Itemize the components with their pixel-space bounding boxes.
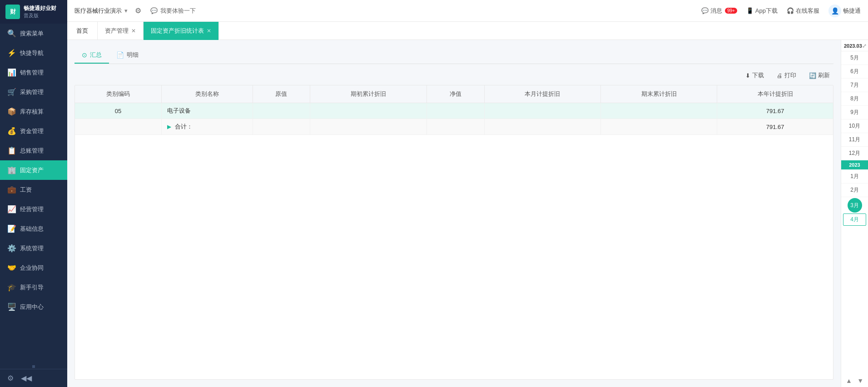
notifications-btn[interactable]: 💬 消息 99+	[701, 7, 737, 15]
sidebar-label-assets: 固定资产	[20, 166, 44, 174]
sidebar-item-basicinfo[interactable]: 📝 基础信息	[0, 219, 67, 238]
next-arrow-icon[interactable]: ▼	[855, 375, 865, 386]
appcenter-icon: 🖥️	[7, 303, 15, 311]
content-main: ⊙ 汇总 📄 明细 ⬇ 下载 🖨 打印 🔄	[67, 40, 841, 387]
print-label: 打印	[784, 71, 796, 79]
refresh-btn[interactable]: 🔄 刷新	[805, 69, 833, 81]
date-panel: 2023.03 ⤢ ✕ 5月 6月 7月 8月 9月 10月 11月 12月 2…	[841, 40, 868, 387]
sidebar-item-assets[interactable]: 🏢 固定资产	[0, 160, 67, 180]
topbar-settings-icon[interactable]: ⚙	[135, 6, 141, 15]
sidebar-item-guide[interactable]: 🎓 新手引导	[0, 278, 67, 297]
experience-label: 我要体验一下	[160, 7, 196, 15]
refresh-icon: 🔄	[809, 72, 816, 79]
month-6[interactable]: 6月	[841, 65, 868, 79]
month-10[interactable]: 10月	[841, 119, 868, 133]
logo-badge: 普及版	[24, 12, 56, 19]
month-9[interactable]: 9月	[841, 106, 868, 119]
sidebar-item-quicknav[interactable]: ⚡ 快捷导航	[0, 43, 67, 63]
month-5[interactable]: 5月	[841, 51, 868, 65]
download-btn[interactable]: ⬇ 下载	[742, 69, 768, 81]
nav-arrows: ▲ ▼	[841, 374, 868, 387]
summary-net	[427, 119, 484, 135]
sidebar-label-enterprise: 企业协同	[20, 264, 44, 272]
month-2023-3[interactable]: 3月	[848, 198, 862, 213]
row-ending	[601, 103, 717, 119]
summary-monthly	[484, 119, 600, 135]
print-btn[interactable]: 🖨 打印	[773, 69, 800, 81]
tab-asset-mgmt[interactable]: 资产管理 ✕	[98, 22, 144, 40]
sidebar-menu: 🔍 搜索菜单 ⚡ 快捷导航 📊 销售管理 🛒 采购管理 📦 库存核算 💰 资金管…	[0, 24, 67, 364]
sidebar-item-sales[interactable]: 📊 销售管理	[0, 63, 67, 82]
user-menu-btn[interactable]: 👤 畅捷通	[828, 5, 861, 17]
month-2023-1[interactable]: 1月	[841, 170, 868, 184]
row-annual: 791.67	[717, 103, 833, 119]
collapse-footer-icon[interactable]: ◀◀	[21, 374, 32, 382]
table-row[interactable]: 05 电子设备 791.67	[75, 103, 833, 119]
tab-asset-mgmt-close[interactable]: ✕	[131, 28, 136, 34]
col-name: 类别名称	[161, 85, 253, 103]
notifications-icon: 💬	[701, 7, 709, 14]
operations-icon: 📈	[7, 205, 15, 213]
logo-text-block: 畅捷通好业财 普及版	[24, 5, 56, 19]
tabs-bar: 首页 资产管理 ✕ 固定资产折旧统计表 ✕	[67, 22, 868, 40]
prev-arrow-icon[interactable]: ▲	[844, 375, 854, 386]
month-2023-4[interactable]: 4月	[843, 213, 866, 226]
detail-tab-label: 明细	[127, 51, 139, 59]
tab-detail[interactable]: 📄 明细	[109, 47, 146, 64]
detail-tab-icon: 📄	[116, 51, 124, 59]
sidebar-item-purchase[interactable]: 🛒 采购管理	[0, 82, 67, 102]
col-annual: 本年计提折旧	[717, 85, 833, 103]
sidebar-label-search: 搜索菜单	[20, 30, 44, 38]
tab-depreciation-close[interactable]: ✕	[207, 28, 211, 34]
month-11[interactable]: 11月	[841, 133, 868, 147]
col-beginning: 期初累计折旧	[310, 85, 427, 103]
sidebar-item-operations[interactable]: 📈 经营管理	[0, 199, 67, 219]
app-download-icon: 📱	[746, 7, 754, 14]
purchase-icon: 🛒	[7, 88, 15, 96]
col-monthly: 本月计提折旧	[484, 85, 600, 103]
customer-service-icon: 🎧	[787, 7, 794, 14]
scroll-indicator	[32, 365, 35, 368]
settings-footer-icon[interactable]: ⚙	[7, 374, 14, 382]
customer-service-btn[interactable]: 🎧 在线客服	[787, 7, 819, 15]
month-8[interactable]: 8月	[841, 92, 868, 106]
month-12[interactable]: 12月	[841, 147, 868, 160]
sidebar-item-search[interactable]: 🔍 搜索菜单	[0, 24, 67, 43]
experience-btn[interactable]: 💬 我要体验一下	[150, 7, 196, 15]
sidebar-item-inventory[interactable]: 📦 库存核算	[0, 102, 67, 121]
logo-icon: 财	[5, 5, 20, 19]
sidebar-item-ledger[interactable]: 📋 总账管理	[0, 141, 67, 160]
sidebar-item-finance[interactable]: 💰 资金管理	[0, 121, 67, 141]
download-icon: ⬇	[745, 72, 750, 79]
tab-summary[interactable]: ⊙ 汇总	[74, 47, 109, 64]
month-7[interactable]: 7月	[841, 79, 868, 92]
customer-service-label: 在线客服	[796, 7, 819, 15]
summary-code	[75, 119, 161, 135]
date-panel-header: 2023.03	[844, 43, 862, 49]
tab-home[interactable]: 首页	[67, 22, 98, 40]
company-selector[interactable]: 医疗器械行业演示 ▾	[74, 7, 128, 15]
month-2023-2[interactable]: 2月	[841, 184, 868, 197]
sidebar-label-basicinfo: 基础信息	[20, 225, 44, 233]
date-panel-expand-icon[interactable]: ⤢	[862, 43, 867, 49]
main-area: 医疗器械行业演示 ▾ ⚙ 💬 我要体验一下 💬 消息 99+ 📱 App下载 🎧…	[67, 0, 868, 387]
sidebar-item-appcenter[interactable]: 🖥️ 应用中心	[0, 297, 67, 317]
inventory-icon: 📦	[7, 107, 15, 116]
tab-depreciation[interactable]: 固定资产折旧统计表 ✕	[144, 22, 219, 40]
sidebar-item-sysadmin[interactable]: ⚙️ 系统管理	[0, 238, 67, 258]
sidebar-item-payroll[interactable]: 💼 工资	[0, 180, 67, 199]
col-original: 原值	[253, 85, 310, 103]
sidebar-footer: ⚙ ◀◀	[0, 369, 67, 387]
topbar: 医疗器械行业演示 ▾ ⚙ 💬 我要体验一下 💬 消息 99+ 📱 App下载 🎧…	[67, 0, 868, 22]
row-beginning	[310, 103, 427, 119]
tab-asset-mgmt-label: 资产管理	[105, 27, 129, 35]
summary-tab-icon: ⊙	[82, 51, 87, 59]
app-download-btn[interactable]: 📱 App下载	[746, 7, 778, 15]
quicknav-icon: ⚡	[7, 49, 15, 57]
sidebar-item-enterprise[interactable]: 🤝 企业协同	[0, 258, 67, 278]
toolbar: ⬇ 下载 🖨 打印 🔄 刷新	[74, 69, 833, 81]
summary-annual: 791.67	[717, 119, 833, 135]
enterprise-icon: 🤝	[7, 263, 15, 272]
col-ending: 期末累计折旧	[601, 85, 717, 103]
refresh-label: 刷新	[818, 71, 830, 79]
